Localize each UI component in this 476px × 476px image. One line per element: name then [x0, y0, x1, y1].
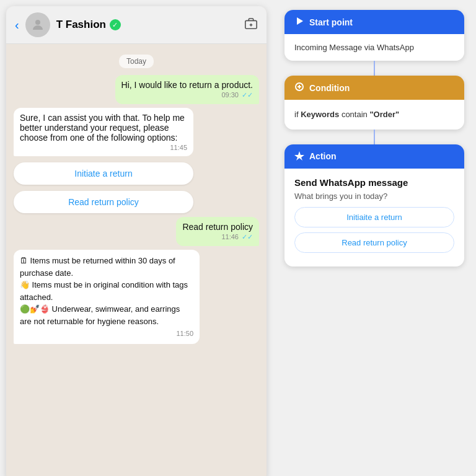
policy-line-1: 🗓 Items must be returned within 30 days … [20, 255, 193, 279]
chat-name-row: T Fashion ✓ [56, 19, 238, 31]
flow-node-start-body: Incoming Message via WhatsApp [284, 34, 464, 61]
condition-label: Condition [309, 83, 350, 93]
avatar [25, 12, 50, 37]
start-icon [294, 16, 304, 28]
action-icon [294, 151, 304, 162]
action-button-initiate[interactable]: Initiaite a return [294, 207, 454, 227]
condition-text: if Keywords contain "Order" [294, 108, 454, 121]
start-body-text: Incoming Message via WhatsApp [294, 43, 414, 52]
action-title: Send WhatsApp message [294, 177, 454, 188]
policy-line-3: 🟢💅👙 Underwear, swimwear, and earrings ar… [20, 303, 193, 327]
flow-node-action: Action Send WhatsApp message What brings… [284, 144, 464, 267]
back-button[interactable]: ‹ [15, 18, 19, 32]
quick-reply-policy[interactable]: Read return policy [14, 191, 193, 213]
contact-name: T Fashion [56, 19, 106, 31]
message-text: Hi, I would like to return a product. [121, 80, 253, 90]
action-subtitle: What brings you in today? [294, 192, 454, 201]
message-incoming-policy: 🗓 Items must be returned within 30 days … [14, 250, 200, 344]
action-label: Action [309, 151, 337, 161]
message-incoming-1: Sure, I can assist you with that. To hel… [14, 108, 193, 156]
date-label: Today [14, 55, 259, 66]
flow-node-condition-header: Condition [284, 76, 464, 100]
policy-line-2: 👋 Items must be in original condition wi… [20, 279, 193, 303]
chat-header: ‹ T Fashion ✓ [6, 6, 267, 44]
flow-node-start: Start point Incoming Message via WhatsAp… [284, 10, 464, 61]
flow-panel: Start point Incoming Message via WhatsAp… [273, 0, 476, 476]
read-ticks: ✓✓ [242, 91, 253, 99]
store-icon[interactable] [244, 17, 258, 33]
message-text: Read return policy [182, 222, 253, 232]
header-icons [244, 17, 258, 33]
message-time: 11:50 [20, 328, 193, 339]
svg-point-0 [35, 20, 40, 25]
message-outgoing-2: Read return policy 11:46 ✓✓ [176, 217, 259, 246]
start-label: Start point [309, 17, 353, 27]
flow-node-action-body: Send WhatsApp message What brings you in… [284, 169, 464, 267]
quick-reply-initiate[interactable]: Initiate a return [14, 162, 193, 185]
flow-node-condition-body: if Keywords contain "Order" [284, 100, 464, 130]
svg-marker-8 [294, 151, 304, 161]
svg-marker-4 [297, 17, 303, 25]
quick-replies: Initiate a return Read return policy [14, 160, 193, 213]
message-time: 11:45 [20, 144, 187, 151]
verified-badge: ✓ [110, 19, 121, 30]
read-ticks: ✓✓ [242, 233, 253, 240]
flow-node-action-header: Action [284, 144, 464, 169]
message-outgoing-1: Hi, I would like to return a product. 09… [115, 75, 259, 104]
condition-value: "Order" [369, 110, 399, 119]
chat-panel: ‹ T Fashion ✓ [6, 6, 267, 476]
chat-body: Today Hi, I would like to return a produ… [6, 44, 267, 476]
flow-connector-1 [374, 61, 375, 76]
action-button-policy[interactable]: Read return policy [294, 232, 454, 253]
flow-connector-2 [374, 130, 375, 144]
flow-node-condition: Condition if Keywords contain "Order" [284, 76, 464, 130]
condition-op: contain [339, 110, 369, 119]
message-text: Sure, I can assist you with that. To hel… [20, 113, 185, 143]
flow-node-start-header: Start point [284, 10, 464, 34]
condition-icon [294, 82, 304, 94]
condition-field: Keywords [301, 110, 339, 119]
condition-if: if [294, 110, 301, 119]
message-time: 11:46 ✓✓ [182, 233, 253, 241]
message-time: 09:30 ✓✓ [121, 91, 253, 99]
